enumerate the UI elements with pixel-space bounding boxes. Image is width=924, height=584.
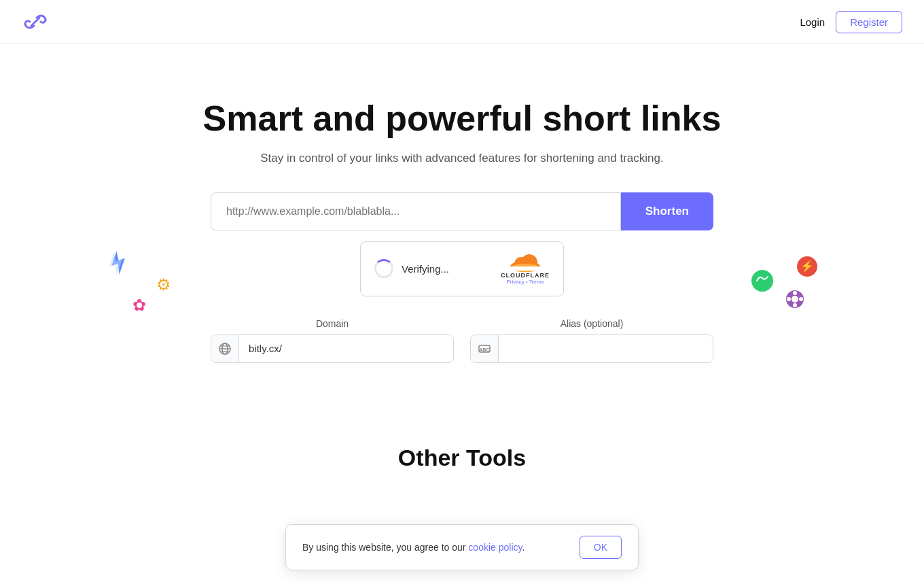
cloudflare-privacy-link[interactable]: Privacy [506,279,524,285]
other-tools-section: Other Tools [0,404,924,492]
verify-left: Verifying... [374,259,449,278]
purple-icon [785,289,805,314]
red-icon: ⚡ [796,255,819,284]
cloudflare-terms-link[interactable]: Terms [529,279,544,285]
alias-input-wrap: ABC [470,334,713,363]
svg-point-9 [793,303,797,307]
domain-field-group: Domain [211,318,454,363]
hero-subtitle: Stay in control of your links with advan… [14,152,910,165]
flower-left-icon: ✿ [132,296,146,315]
svg-point-11 [799,297,803,301]
cloudflare-links: Privacy • Terms [506,279,544,285]
alias-field-group: Alias (optional) ABC [470,318,713,363]
domain-input-wrap [211,334,454,363]
svg-point-7 [792,296,798,303]
cloudflare-cloud-icon [509,253,541,272]
green-circle-icon [750,269,775,298]
logo [22,8,49,35]
bolt-icon [101,244,139,286]
other-tools-title: Other Tools [14,445,910,471]
nav-links: Login Register [800,11,902,33]
login-button[interactable]: Login [800,16,825,28]
domain-www-icon [211,335,239,362]
cloudflare-verify-box: Verifying... CLOUDFLARE Privacy • Terms [360,241,564,296]
shorten-button[interactable]: Shorten [621,192,713,230]
logo-icon [22,8,49,35]
svg-point-10 [787,297,791,301]
domain-label: Domain [211,318,454,329]
alias-input[interactable] [499,335,713,362]
alias-label: Alias (optional) [470,318,713,329]
svg-point-8 [793,291,797,295]
svg-point-3 [751,270,773,292]
svg-marker-2 [105,250,127,277]
options-row: Domain Alias (optional) [211,318,713,363]
gear-icon: ⚙ [156,275,171,294]
verify-text: Verifying... [402,263,449,275]
svg-point-4 [797,256,817,277]
url-form: Shorten [211,192,713,230]
cloudflare-brand: CLOUDFLARE [501,272,550,279]
url-input[interactable] [211,192,621,230]
svg-text:⚡: ⚡ [800,260,814,273]
hero-title: Smart and powerful short links [14,99,910,139]
svg-marker-1 [107,250,129,276]
verifying-spinner [374,259,393,278]
cloudflare-logo: CLOUDFLARE Privacy • Terms [501,253,550,285]
svg-text:ABC: ABC [479,347,489,351]
hero-section: ⚙ ✿ ⚡ Smart and powerful short links Sta… [0,44,924,404]
domain-input[interactable] [239,335,453,362]
svg-line-0 [31,18,39,26]
register-button[interactable]: Register [836,11,902,33]
cf-dot: • [526,279,528,285]
alias-abc-icon: ABC [471,335,499,362]
svg-point-6 [786,290,804,308]
navbar: Login Register [0,0,924,44]
svg-rect-16 [510,267,540,271]
